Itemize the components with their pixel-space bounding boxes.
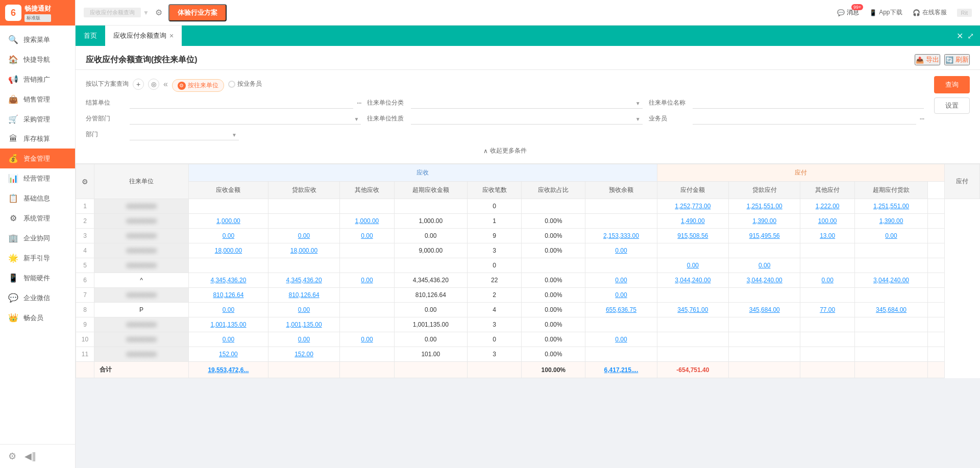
sidebar-item-operations[interactable]: 📊 经营管理 xyxy=(0,168,75,188)
filter-unitname-input[interactable] xyxy=(693,97,924,109)
sidebar-item-search[interactable]: 🔍 搜索菜单 xyxy=(0,30,75,50)
filter-jiesuan-label: 结算单位 xyxy=(86,98,127,107)
topbar-message[interactable]: 💬 消息 99+ xyxy=(837,8,859,17)
sidebar-item-hardware[interactable]: 📱 智能硬件 xyxy=(0,268,75,288)
cell-ar-other[interactable]: 0.00 xyxy=(340,332,394,347)
set-button[interactable]: 设置 xyxy=(934,97,970,114)
sidebar-item-system[interactable]: ⚙ 系统管理 xyxy=(0,208,75,228)
tabbar-expand-icon[interactable]: ⤢ xyxy=(967,31,974,41)
sidebar-collapse-icon[interactable]: ◀‖ xyxy=(24,451,36,462)
topbar-gear-icon[interactable]: ⚙ xyxy=(155,8,162,17)
cell-ap-overdue[interactable]: 0.00 xyxy=(854,229,927,243)
cell-ar-prepay[interactable]: 0.00 xyxy=(585,332,657,347)
sidebar-item-guide[interactable]: 🌟 新手引导 xyxy=(0,248,75,268)
cell-ap-loan[interactable]: 1,390.00 xyxy=(729,214,800,229)
cell-ar-other[interactable]: 1,000.00 xyxy=(340,214,394,229)
filter-department-select[interactable] xyxy=(130,129,239,140)
cell-ar-prepay[interactable]: 0.00 xyxy=(585,243,657,258)
cell-ap-overdue[interactable]: 3,044,240.00 xyxy=(854,273,927,288)
sidebar-item-corp[interactable]: 🏢 企业协同 xyxy=(0,228,75,248)
sidebar-item-inventory[interactable]: 🏛 库存核算 xyxy=(0,129,75,149)
cell-ar-loan[interactable]: 810,126.64 xyxy=(268,288,339,303)
cell-ar-amount[interactable]: 0.00 xyxy=(189,332,268,347)
filter-salesperson-input[interactable] xyxy=(693,113,916,125)
cell-ap-overdue[interactable]: 1,390.00 xyxy=(854,214,927,229)
cell-ap-amount[interactable]: 0.00 xyxy=(657,258,728,273)
cell-ap-amount[interactable]: 345,761.00 xyxy=(657,303,728,317)
cell-ar-loan[interactable]: 0.00 xyxy=(268,332,339,347)
cell-ar-loan[interactable]: 0.00 xyxy=(268,229,339,243)
scheme-bysales[interactable]: 按业务员 xyxy=(228,80,262,88)
sidebar-item-basic[interactable]: 📋 基础信息 xyxy=(0,188,75,208)
cell-ap-overdue[interactable]: 1,251,551.00 xyxy=(854,199,927,214)
cell-ar-prepay[interactable]: 0.00 xyxy=(585,288,657,303)
sidebar-item-purchase[interactable]: 🛒 采购管理 xyxy=(0,109,75,129)
cell-ar-loan[interactable]: 152.00 xyxy=(268,347,339,362)
cell-ar-other[interactable]: 0.00 xyxy=(340,273,394,288)
sidebar-item-marketing[interactable]: 📢 营销推广 xyxy=(0,69,75,89)
cell-ar-amount[interactable]: 0.00 xyxy=(189,303,268,317)
cell-ap-loan[interactable]: 1,251,551.00 xyxy=(729,199,800,214)
cell-ap-other[interactable]: 77.00 xyxy=(800,303,854,317)
topbar-online-service[interactable]: 🎧 在线客服 xyxy=(913,8,947,17)
cell-ar-amount[interactable]: 1,000.00 xyxy=(189,214,268,229)
topbar-app-download[interactable]: 📱 App下载 xyxy=(869,8,902,17)
sidebar-item-quick[interactable]: 🏠 快捷导航 xyxy=(0,50,75,69)
cell-ar-prepay[interactable]: 655,636.75 xyxy=(585,303,657,317)
cell-ap-amount[interactable]: 915,508.56 xyxy=(657,229,728,243)
sidebar-item-finance[interactable]: 💰 资金管理 xyxy=(0,149,75,168)
filter-unitnature-select[interactable] xyxy=(411,113,642,125)
cell-ap-other[interactable]: 1,222.00 xyxy=(800,199,854,214)
cell-ap-overdue[interactable]: 345,684.00 xyxy=(854,303,927,317)
cell-ar-prepay[interactable]: 0.00 xyxy=(585,273,657,288)
cell-ar-other[interactable]: 0.00 xyxy=(340,229,394,243)
cell-ar-amount[interactable]: 0.00 xyxy=(189,229,268,243)
cell-ar-loan[interactable]: 1,001,135.00 xyxy=(268,317,339,332)
collapse-more-btn[interactable]: ∧ 收起更多条件 xyxy=(86,144,924,157)
cell-ap-loan[interactable]: 0.00 xyxy=(729,258,800,273)
cell-ar-loan[interactable]: 4,345,436.20 xyxy=(268,273,339,288)
filter-collapse-icon[interactable]: « xyxy=(163,80,168,89)
cell-ar-amount[interactable]: 4,345,436.20 xyxy=(189,273,268,288)
cell-ap-other[interactable]: 0.00 xyxy=(800,273,854,288)
tabbar-close-icon[interactable]: ✕ xyxy=(957,31,963,41)
cell-ap-amount[interactable]: 1,252,773.00 xyxy=(657,199,728,214)
filter-scheme-button[interactable]: ◎ xyxy=(148,79,159,90)
cell-ar-amount[interactable]: 810,126.64 xyxy=(189,288,268,303)
tab-arqry[interactable]: 应收应付余额查询 × xyxy=(105,26,182,46)
filter-add-button[interactable]: + xyxy=(133,79,144,90)
filter-salesperson-dots[interactable]: ··· xyxy=(919,113,924,124)
sidebar-item-member[interactable]: 👑 畅会员 xyxy=(0,308,75,328)
topbar-user[interactable]: Rit xyxy=(957,9,972,16)
cell-ar-amount[interactable]: 18,000.00 xyxy=(189,243,268,258)
sidebar-settings-icon[interactable]: ⚙ xyxy=(8,451,16,462)
query-button[interactable]: 查询 xyxy=(934,76,970,93)
filter-dept-select[interactable] xyxy=(130,113,361,125)
promo-button[interactable]: 体验行业方案 xyxy=(168,4,227,21)
total-ar-prepay[interactable]: 6,417,215.... xyxy=(585,362,657,378)
cell-ar-loan[interactable]: 18,000.00 xyxy=(268,243,339,258)
total-ar-amount[interactable]: 19,553,472,6... xyxy=(189,362,268,378)
tab-close-icon[interactable]: × xyxy=(169,32,174,40)
filter-jiesuan-dots[interactable]: ··· xyxy=(356,97,361,108)
cell-ar-loan[interactable]: 0.00 xyxy=(268,303,339,317)
filter-unittype-select[interactable] xyxy=(411,97,642,109)
export-button[interactable]: 📤 导出 xyxy=(915,54,940,65)
cell-ap-loan[interactable]: 345,684.00 xyxy=(729,303,800,317)
table-settings-icon[interactable]: ⚙ xyxy=(82,178,88,186)
cell-ar-amount[interactable]: 152.00 xyxy=(189,347,268,362)
cell-ap-amount[interactable]: 3,044,240.00 xyxy=(657,273,728,288)
cell-ap-amount[interactable]: 1,490.00 xyxy=(657,214,728,229)
cell-ar-amount[interactable]: 1,001,135.00 xyxy=(189,317,268,332)
cell-ap-loan[interactable]: 3,044,240.00 xyxy=(729,273,800,288)
cell-ap-loan[interactable]: 915,495.56 xyxy=(729,229,800,243)
filter-jiesuan-input[interactable] xyxy=(130,97,353,109)
tab-home[interactable]: 首页 xyxy=(76,26,105,46)
cell-ap-other[interactable]: 100.00 xyxy=(800,214,854,229)
refresh-button[interactable]: 🔄 刷新 xyxy=(944,54,970,65)
cell-ap-other[interactable]: 13.00 xyxy=(800,229,854,243)
scheme-byunit[interactable]: ⚙ 按往来单位 xyxy=(172,79,224,92)
sidebar-item-wechat[interactable]: 💬 企业微信 xyxy=(0,288,75,308)
cell-ar-prepay[interactable]: 2,153,333.00 xyxy=(585,229,657,243)
sidebar-item-sales[interactable]: 👜 销售管理 xyxy=(0,89,75,109)
